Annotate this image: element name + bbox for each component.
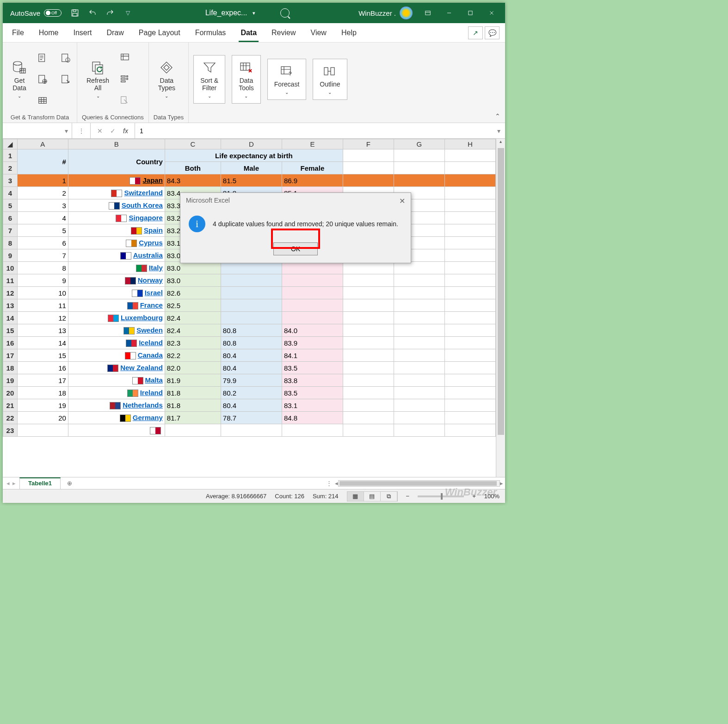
cell[interactable]: 82.3: [165, 337, 221, 349]
cell[interactable]: 80.4: [221, 399, 282, 412]
col-header[interactable]: E: [282, 139, 343, 149]
row-header[interactable]: 6: [3, 212, 18, 224]
cell[interactable]: 11: [17, 299, 68, 312]
cell[interactable]: 80.4: [221, 362, 282, 374]
cell[interactable]: 83.5: [282, 362, 343, 374]
cell[interactable]: 14: [17, 337, 68, 349]
hscroll-handle-icon[interactable]: ⋮: [326, 480, 332, 487]
row-header[interactable]: 10: [3, 262, 18, 274]
row-header[interactable]: 5: [3, 199, 18, 212]
cell[interactable]: [282, 312, 343, 324]
menu-review[interactable]: Review: [264, 23, 303, 42]
menu-insert[interactable]: Insert: [66, 23, 99, 42]
cell[interactable]: 82.4: [165, 312, 221, 324]
cell[interactable]: [221, 312, 282, 324]
search-icon[interactable]: [280, 8, 290, 18]
cell[interactable]: 82.4: [165, 324, 221, 337]
name-box[interactable]: [3, 123, 72, 138]
row-header[interactable]: 17: [3, 349, 18, 362]
row-header[interactable]: 23: [3, 424, 18, 437]
cell[interactable]: [221, 287, 282, 299]
row-header[interactable]: 1: [3, 149, 18, 162]
data-tools-button[interactable]: Data Tools⌄: [232, 55, 261, 104]
country-cell[interactable]: Switzerland: [68, 187, 165, 199]
col-header[interactable]: C: [165, 139, 221, 149]
forecast-button[interactable]: ? Forecast⌄: [267, 59, 306, 100]
row-header[interactable]: 20: [3, 387, 18, 399]
page-break-view-icon[interactable]: ⧉: [381, 492, 397, 501]
cell[interactable]: 83.1: [282, 399, 343, 412]
from-table-icon[interactable]: [36, 94, 49, 107]
menu-formulas[interactable]: Formulas: [188, 23, 234, 42]
cell[interactable]: 6: [17, 237, 68, 249]
dialog-close-icon[interactable]: ✕: [399, 197, 405, 205]
cell[interactable]: 83.5: [282, 387, 343, 399]
spreadsheet-grid[interactable]: ◢ABCDEFGH1 # Country Life expectancy at …: [3, 139, 496, 477]
col-header[interactable]: B: [68, 139, 165, 149]
row-header[interactable]: 7: [3, 224, 18, 237]
country-cell[interactable]: South Korea: [68, 199, 165, 212]
cell[interactable]: 10: [17, 287, 68, 299]
cell[interactable]: 83.8: [282, 374, 343, 387]
header-merged[interactable]: Life expectancy at birth: [165, 149, 343, 162]
cell[interactable]: 3: [17, 199, 68, 212]
maximize-button[interactable]: [460, 4, 481, 22]
share-button[interactable]: ↗: [468, 26, 483, 39]
country-cell[interactable]: Germany: [68, 412, 165, 424]
cell[interactable]: 78.7: [221, 412, 282, 424]
cell[interactable]: 79.9: [221, 374, 282, 387]
cell[interactable]: 82.2: [165, 349, 221, 362]
hscroll-left-icon[interactable]: ◂: [335, 480, 338, 487]
cell[interactable]: 86.9: [282, 174, 343, 187]
horizontal-scrollbar[interactable]: [338, 480, 500, 487]
country-cell[interactable]: [68, 424, 165, 437]
cell[interactable]: 5: [17, 224, 68, 237]
menu-draw[interactable]: Draw: [99, 23, 131, 42]
row-header[interactable]: 18: [3, 362, 18, 374]
country-cell[interactable]: Luxembourg: [68, 312, 165, 324]
row-header[interactable]: 11: [3, 274, 18, 287]
menu-page-layout[interactable]: Page Layout: [131, 23, 188, 42]
sheet-next-icon[interactable]: ▸: [12, 480, 16, 487]
filename-caret-icon[interactable]: ▾: [253, 10, 255, 16]
menu-file[interactable]: File: [5, 23, 31, 42]
header-index[interactable]: #: [17, 149, 68, 174]
data-types-button[interactable]: Data Types⌄: [154, 57, 180, 101]
row-header[interactable]: 21: [3, 399, 18, 412]
cell[interactable]: 83.9: [282, 337, 343, 349]
row-header[interactable]: 19: [3, 374, 18, 387]
sort-filter-button[interactable]: Sort & Filter⌄: [193, 55, 225, 104]
cell[interactable]: [282, 262, 343, 274]
cell[interactable]: [282, 274, 343, 287]
refresh-all-button[interactable]: Refresh All⌄: [82, 57, 114, 101]
cell[interactable]: 20: [17, 412, 68, 424]
country-cell[interactable]: Australia: [68, 249, 165, 262]
cell[interactable]: 8: [17, 262, 68, 274]
cell[interactable]: 19: [17, 399, 68, 412]
col-header[interactable]: A: [17, 139, 68, 149]
sheet-tab[interactable]: Tabelle1: [19, 477, 61, 489]
cell[interactable]: 82.5: [165, 299, 221, 312]
header-country[interactable]: Country: [68, 149, 165, 174]
header-both[interactable]: Both: [165, 162, 221, 174]
row-header[interactable]: 8: [3, 237, 18, 249]
page-layout-view-icon[interactable]: ▤: [364, 492, 381, 501]
add-sheet-button[interactable]: ⊕: [61, 477, 79, 489]
country-cell[interactable]: Canada: [68, 349, 165, 362]
cell[interactable]: 83.0: [165, 274, 221, 287]
cell[interactable]: 80.2: [221, 387, 282, 399]
col-header[interactable]: F: [343, 139, 394, 149]
redo-icon[interactable]: [101, 4, 119, 22]
cell[interactable]: [221, 262, 282, 274]
country-cell[interactable]: Cyprus: [68, 237, 165, 249]
cell[interactable]: 81.8: [165, 387, 221, 399]
row-header[interactable]: 15: [3, 324, 18, 337]
country-cell[interactable]: Italy: [68, 262, 165, 274]
account-button[interactable]: WinBuzzer .: [358, 6, 413, 19]
country-cell[interactable]: Japan: [68, 174, 165, 187]
formula-input[interactable]: 1: [135, 123, 505, 138]
row-header[interactable]: 16: [3, 337, 18, 349]
cell[interactable]: [282, 287, 343, 299]
cell[interactable]: 9: [17, 274, 68, 287]
row-header[interactable]: 12: [3, 287, 18, 299]
